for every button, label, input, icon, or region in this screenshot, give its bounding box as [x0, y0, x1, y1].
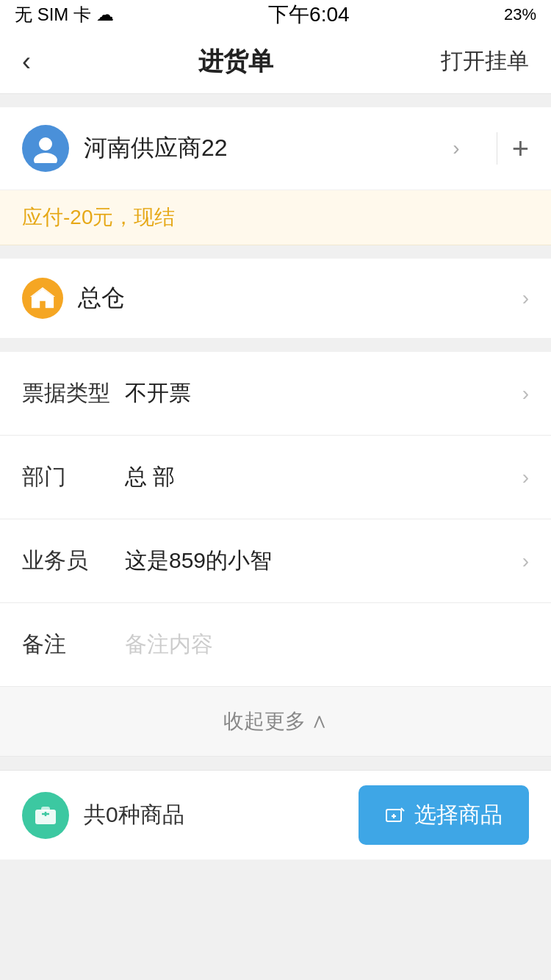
invoice-type-chevron-icon: ›: [522, 382, 529, 406]
form-section: 票据类型 不开票 › 部门 总 部 › 业务员 这是859的小智 › 备注 备注…: [0, 352, 551, 757]
status-time: 下午6:04: [268, 1, 350, 29]
warehouse-section: 总仓 ›: [0, 259, 551, 339]
remark-input[interactable]: 备注内容: [125, 630, 529, 660]
product-count-label: 共0种商品: [84, 800, 359, 830]
person-icon: [31, 134, 60, 163]
warning-banner: 应付-20元，现结: [0, 190, 551, 245]
battery-label: 23%: [504, 5, 536, 24]
vertical-divider: [497, 132, 497, 165]
supplier-avatar: [22, 125, 69, 172]
product-icon: [22, 792, 69, 839]
svg-marker-2: [32, 289, 54, 308]
main-background: [0, 860, 551, 980]
svg-rect-5: [41, 807, 50, 811]
nav-bar: ‹ 进货单 打开挂单: [0, 29, 551, 94]
home-icon: [30, 286, 55, 311]
salesperson-row[interactable]: 业务员 这是859的小智 ›: [0, 519, 551, 603]
remark-label: 备注: [22, 630, 125, 660]
warehouse-chevron-icon: ›: [522, 287, 529, 310]
svg-point-0: [39, 137, 52, 151]
signal-label: 无 SIM 卡 ☁: [15, 3, 114, 26]
salesperson-label: 业务员: [22, 546, 125, 576]
page-title: 进货单: [198, 45, 273, 79]
department-row[interactable]: 部门 总 部 ›: [0, 436, 551, 519]
invoice-type-label: 票据类型: [22, 378, 125, 408]
select-product-icon: [385, 805, 406, 826]
collapse-row[interactable]: 收起更多 ∧: [0, 687, 551, 757]
cart-icon: [32, 802, 59, 829]
section-divider-1: [0, 94, 551, 107]
salesperson-value: 这是859的小智: [125, 546, 522, 576]
invoice-type-value: 不开票: [125, 378, 522, 408]
department-value: 总 部: [125, 462, 522, 492]
salesperson-chevron-icon: ›: [522, 550, 529, 573]
collapse-label: 收起更多 ∧: [223, 707, 328, 735]
bottom-bar: 共0种商品 选择商品: [0, 770, 551, 860]
select-product-label: 选择商品: [414, 800, 503, 830]
section-divider-4: [0, 757, 551, 770]
back-button[interactable]: ‹: [22, 46, 31, 77]
section-divider-3: [0, 339, 551, 352]
department-chevron-icon: ›: [522, 466, 529, 489]
open-pending-button[interactable]: 打开挂单: [441, 46, 529, 76]
warehouse-icon: [22, 278, 63, 319]
add-supplier-button[interactable]: +: [512, 132, 529, 165]
invoice-type-row[interactable]: 票据类型 不开票 ›: [0, 352, 551, 436]
remark-row[interactable]: 备注 备注内容: [0, 603, 551, 687]
supplier-row[interactable]: 河南供应商22 › +: [0, 107, 551, 190]
status-bar: 无 SIM 卡 ☁ 下午6:04 23%: [0, 0, 551, 29]
supplier-chevron-icon: ›: [453, 137, 459, 160]
warehouse-row[interactable]: 总仓 ›: [0, 259, 551, 339]
warehouse-name: 总仓: [78, 282, 522, 314]
status-right: 23%: [504, 5, 536, 24]
supplier-name: 河南供应商22: [84, 132, 453, 165]
select-product-button[interactable]: 选择商品: [359, 785, 529, 845]
department-label: 部门: [22, 462, 125, 492]
status-left: 无 SIM 卡 ☁: [15, 3, 114, 26]
svg-point-1: [34, 153, 57, 163]
supplier-section: 河南供应商22 › + 应付-20元，现结: [0, 107, 551, 245]
section-divider-2: [0, 245, 551, 259]
